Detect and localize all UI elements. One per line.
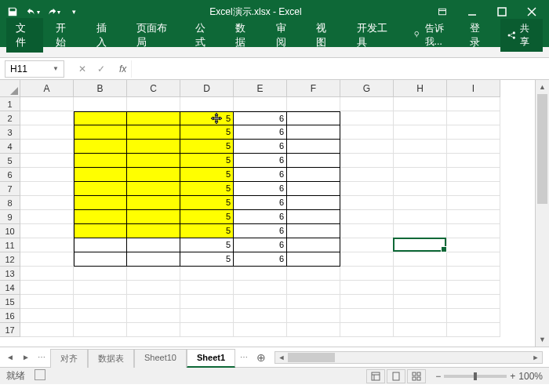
row-header-3[interactable]: 3 bbox=[0, 125, 20, 140]
column-header-C[interactable]: C bbox=[127, 80, 180, 97]
cell-A7[interactable] bbox=[20, 182, 74, 196]
cell-G2[interactable] bbox=[340, 111, 394, 125]
login-button[interactable]: 登录 bbox=[460, 18, 497, 53]
cell-E8[interactable]: 6 bbox=[234, 196, 287, 210]
cell-E12[interactable]: 6 bbox=[234, 252, 287, 267]
chevron-down-icon[interactable]: ▼ bbox=[53, 65, 59, 72]
row-header-4[interactable]: 4 bbox=[0, 140, 20, 154]
cell-C5[interactable] bbox=[127, 154, 180, 168]
cell-C16[interactable] bbox=[127, 309, 180, 323]
cell-D9[interactable]: 5 bbox=[180, 210, 234, 224]
macro-record-icon[interactable] bbox=[35, 369, 45, 380]
cell-F4[interactable] bbox=[287, 140, 340, 154]
cell-F13[interactable] bbox=[287, 267, 340, 281]
tab-nav-prev[interactable]: ► bbox=[19, 350, 33, 365]
cell-B13[interactable] bbox=[74, 267, 127, 281]
cell-A3[interactable] bbox=[20, 125, 74, 140]
cell-C9[interactable] bbox=[127, 210, 180, 224]
cell-B14[interactable] bbox=[74, 281, 127, 295]
cell-H16[interactable] bbox=[394, 309, 447, 323]
cell-D3[interactable]: 5 bbox=[180, 125, 234, 140]
cell-H3[interactable] bbox=[394, 125, 447, 140]
cell-C12[interactable] bbox=[127, 252, 180, 267]
cell-F3[interactable] bbox=[287, 125, 340, 140]
cell-E4[interactable]: 6 bbox=[234, 140, 287, 154]
cell-G9[interactable] bbox=[340, 210, 394, 224]
cell-F7[interactable] bbox=[287, 182, 340, 196]
cell-C1[interactable] bbox=[127, 97, 180, 111]
cell-A8[interactable] bbox=[20, 196, 74, 210]
cell-B7[interactable] bbox=[74, 182, 127, 196]
tab-review[interactable]: 审阅 bbox=[267, 18, 304, 53]
cell-A13[interactable] bbox=[20, 267, 74, 281]
cell-D8[interactable]: 5 bbox=[180, 196, 234, 210]
tab-view[interactable]: 视图 bbox=[307, 18, 344, 53]
tab-insert[interactable]: 插入 bbox=[87, 18, 124, 53]
row-header-15[interactable]: 15 bbox=[0, 295, 20, 309]
column-header-D[interactable]: D bbox=[180, 80, 234, 97]
cell-I4[interactable] bbox=[447, 140, 500, 154]
select-all-corner[interactable] bbox=[0, 80, 20, 97]
cell-H6[interactable] bbox=[394, 168, 447, 182]
cell-D1[interactable] bbox=[180, 97, 234, 111]
cell-E10[interactable]: 6 bbox=[234, 224, 287, 238]
cell-D14[interactable] bbox=[180, 281, 234, 295]
cell-B6[interactable] bbox=[74, 168, 127, 182]
tab-file[interactable]: 文件 bbox=[6, 18, 43, 53]
cancel-icon[interactable]: ✕ bbox=[75, 64, 89, 74]
cell-B9[interactable] bbox=[74, 210, 127, 224]
cell-F8[interactable] bbox=[287, 196, 340, 210]
cell-E11[interactable]: 6 bbox=[234, 238, 287, 252]
cell-I5[interactable] bbox=[447, 154, 500, 168]
cell-E1[interactable] bbox=[234, 97, 287, 111]
name-box[interactable]: H11▼ bbox=[5, 60, 64, 78]
cell-I6[interactable] bbox=[447, 168, 500, 182]
cell-G11[interactable] bbox=[340, 238, 394, 252]
cell-F17[interactable] bbox=[287, 323, 340, 337]
cell-G13[interactable] bbox=[340, 267, 394, 281]
sheet-tab-Sheet10[interactable]: Sheet10 bbox=[134, 349, 187, 368]
cell-A10[interactable] bbox=[20, 224, 74, 238]
tab-data[interactable]: 数据 bbox=[226, 18, 263, 53]
row-header-16[interactable]: 16 bbox=[0, 309, 20, 323]
row-header-10[interactable]: 10 bbox=[0, 224, 20, 238]
cell-C7[interactable] bbox=[127, 182, 180, 196]
cell-F16[interactable] bbox=[287, 309, 340, 323]
sheet-tab-Sheet1[interactable]: Sheet1 bbox=[187, 349, 235, 368]
cell-D12[interactable]: 5 bbox=[180, 252, 234, 267]
cell-A1[interactable] bbox=[20, 97, 74, 111]
cell-I2[interactable] bbox=[447, 111, 500, 125]
column-header-B[interactable]: B bbox=[74, 80, 127, 97]
cell-B16[interactable] bbox=[74, 309, 127, 323]
cell-C3[interactable] bbox=[127, 125, 180, 140]
row-header-6[interactable]: 6 bbox=[0, 168, 20, 182]
cell-G7[interactable] bbox=[340, 182, 394, 196]
cell-H5[interactable] bbox=[394, 154, 447, 168]
cell-H15[interactable] bbox=[394, 295, 447, 309]
share-button[interactable]: 共享 bbox=[500, 19, 543, 52]
cell-D11[interactable]: 5 bbox=[180, 238, 234, 252]
tab-nav-more[interactable]: ⋯ bbox=[35, 350, 49, 365]
cell-E6[interactable]: 6 bbox=[234, 168, 287, 182]
cell-C8[interactable] bbox=[127, 196, 180, 210]
cell-D13[interactable] bbox=[180, 267, 234, 281]
cell-G17[interactable] bbox=[340, 323, 394, 337]
page-layout-view-icon[interactable] bbox=[387, 369, 405, 383]
row-header-1[interactable]: 1 bbox=[0, 97, 20, 111]
column-header-F[interactable]: F bbox=[287, 80, 340, 97]
cell-I1[interactable] bbox=[447, 97, 500, 111]
cell-H1[interactable] bbox=[394, 97, 447, 111]
zoom-slider[interactable] bbox=[444, 375, 507, 378]
cell-H13[interactable] bbox=[394, 267, 447, 281]
scroll-up-icon[interactable]: ▲ bbox=[536, 80, 549, 94]
cell-F2[interactable] bbox=[287, 111, 340, 125]
cell-H8[interactable] bbox=[394, 196, 447, 210]
cell-A12[interactable] bbox=[20, 252, 74, 267]
tab-home[interactable]: 开始 bbox=[46, 18, 83, 53]
cell-G3[interactable] bbox=[340, 125, 394, 140]
sheet-tab-数据表[interactable]: 数据表 bbox=[88, 349, 134, 368]
cell-B3[interactable] bbox=[74, 125, 127, 140]
cell-A11[interactable] bbox=[20, 238, 74, 252]
scroll-thumb[interactable] bbox=[537, 94, 547, 204]
cell-D6[interactable]: 5 bbox=[180, 168, 234, 182]
